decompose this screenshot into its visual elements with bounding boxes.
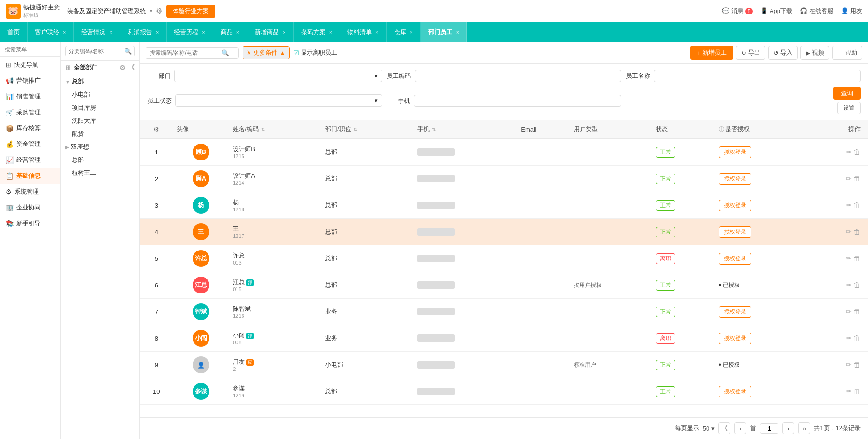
close-tab-bom[interactable]: × [375, 29, 378, 35]
delete-icon[interactable]: 🗑 [854, 334, 861, 342]
dept-tree-item-project[interactable]: 项目库房 [61, 101, 139, 114]
edit-icon[interactable]: ✏ [846, 281, 852, 289]
close-tab-warehouse[interactable]: × [410, 29, 413, 35]
filter-dept-input[interactable]: ▾ [174, 70, 382, 82]
dept-tree-item-hq-group[interactable]: ▼ 总部 [61, 75, 139, 88]
page-prev-btn[interactable]: ‹ [734, 422, 746, 434]
dept-tree-item-shuangzuo[interactable]: ▶ 双座想 [61, 140, 139, 153]
filter-empcode-input[interactable] [415, 70, 621, 82]
close-tab-customer[interactable]: × [63, 29, 66, 35]
filter-settings-btn[interactable]: 设置 [837, 102, 861, 114]
page-first-btn[interactable]: 《 [718, 422, 730, 434]
sidebar-item-corp[interactable]: 🏢 企业协同 [0, 200, 60, 216]
export-btn[interactable]: ↻ 导出 [736, 46, 765, 60]
delete-icon[interactable]: 🗑 [854, 228, 861, 236]
tab-history[interactable]: 经营历程 × [167, 22, 213, 42]
online-service-btn[interactable]: 🎧 在线客服 [800, 7, 833, 15]
close-tab-goods[interactable]: × [236, 29, 239, 35]
edit-icon[interactable]: ✏ [846, 334, 852, 342]
dept-tree-item-dispatch[interactable]: 配货 [61, 127, 139, 140]
page-input[interactable] [760, 423, 778, 434]
delete-icon[interactable]: 🗑 [854, 281, 861, 289]
dept-collapse-icon[interactable]: 《 [128, 63, 135, 72]
delete-icon[interactable]: 🗑 [854, 387, 861, 395]
close-tab-barcode[interactable]: × [329, 29, 332, 35]
delete-icon[interactable]: 🗑 [854, 254, 861, 262]
settings-icon[interactable]: ⚙ [156, 7, 162, 15]
col-dept[interactable]: 部门/职位 ⇅ [321, 120, 414, 139]
tab-operations[interactable]: 经营情况 × [74, 22, 120, 42]
page-last-btn[interactable]: » [798, 422, 810, 434]
edit-icon[interactable]: ✏ [846, 174, 852, 182]
edit-icon[interactable]: ✏ [846, 201, 852, 209]
close-tab-employees[interactable]: × [456, 29, 459, 35]
filter-status-input[interactable]: ▾ [175, 94, 382, 107]
sidebar-item-guide[interactable]: 📚 新手引导 [0, 216, 60, 231]
show-resigned-checkbox[interactable]: ☑ [293, 49, 299, 56]
dept-settings-icon[interactable]: ⚙ [119, 64, 125, 71]
tab-customer[interactable]: 客户联络 × [28, 22, 74, 42]
emp-status-input[interactable] [180, 98, 375, 104]
close-tab-add-goods[interactable]: × [283, 29, 285, 35]
close-tab-history[interactable]: × [202, 29, 205, 35]
auth-btn[interactable]: 授权登录 [719, 226, 751, 238]
tab-goods[interactable]: 商品 × [213, 22, 247, 42]
auth-btn[interactable]: 授权登录 [719, 386, 751, 397]
sidebar-item-marketing[interactable]: 📢 营销推广 [0, 73, 60, 89]
dept-tree-item-shenyang[interactable]: 沈阳大库 [61, 114, 139, 127]
filter-empname-input[interactable] [654, 70, 861, 82]
tab-profit[interactable]: 利润报告 × [120, 22, 167, 42]
page-size-selector[interactable]: 50 ▾ [703, 425, 715, 432]
sidebar-search-input[interactable] [5, 46, 61, 53]
view-btn[interactable]: ▶ 视频 [800, 46, 829, 60]
page-next-btn[interactable]: › [782, 422, 794, 434]
delete-icon[interactable]: 🗑 [854, 361, 861, 369]
sidebar-item-inventory[interactable]: 📦 库存核算 [0, 120, 60, 136]
sidebar-item-ops[interactable]: 📈 经营管理 [0, 152, 60, 168]
edit-icon[interactable]: ✏ [846, 387, 852, 395]
dept-tree-item-zhishu[interactable]: 植树王二 [61, 167, 139, 180]
tab-barcode[interactable]: 条码方案 × [294, 22, 340, 42]
emp-code-input[interactable] [419, 73, 617, 79]
tab-home[interactable]: 首页 [0, 22, 28, 42]
edit-icon[interactable]: ✏ [846, 361, 852, 369]
filter-more-btn[interactable]: ⊻ 更多条件 ▲ [243, 46, 290, 59]
tab-warehouse[interactable]: 仓库 × [387, 22, 421, 42]
dept-tree-item-xdb[interactable]: 小电部 [61, 88, 139, 101]
help-btn[interactable]: ｜ 帮助 [832, 46, 862, 60]
auth-btn[interactable]: 授权登录 [719, 200, 751, 211]
close-tab-profit[interactable]: × [156, 29, 159, 35]
col-name-code[interactable]: 姓名/编码 ⇅ [229, 120, 321, 139]
delete-icon[interactable]: 🗑 [854, 307, 861, 315]
tab-bom[interactable]: 物料清单 × [340, 22, 386, 42]
query-btn[interactable]: 查询 [833, 87, 861, 100]
add-employee-btn[interactable]: + 新增员工 [690, 46, 733, 60]
dept-tree-item-hq[interactable]: 总部 [61, 153, 139, 167]
dept-filter-input[interactable] [179, 73, 375, 79]
edit-icon[interactable]: ✏ [846, 228, 852, 236]
sidebar-item-finance[interactable]: 💰 资金管理 [0, 136, 60, 152]
tab-employees[interactable]: 部门员工 × [421, 22, 467, 42]
emp-name-input[interactable] [658, 73, 856, 79]
sidebar-item-sales[interactable]: 📊 销售管理 [0, 89, 60, 105]
import-btn[interactable]: ↺ 导入 [768, 46, 798, 60]
close-tab-ops[interactable]: × [109, 29, 112, 35]
sidebar-item-purchase[interactable]: 🛒 采购管理 [0, 105, 60, 120]
edit-icon[interactable]: ✏ [846, 307, 852, 315]
delete-icon[interactable]: 🗑 [854, 201, 861, 209]
sidebar-item-quick-nav[interactable]: ⊞ 快捷导航 [0, 57, 60, 73]
dept-search-input[interactable] [69, 48, 122, 55]
auth-btn[interactable]: 授权登录 [719, 306, 751, 318]
delete-icon[interactable]: 🗑 [854, 174, 861, 182]
experience-btn[interactable]: 体验行业方案 [166, 5, 215, 18]
system-dropdown-arrow[interactable]: ▾ [150, 8, 152, 14]
edit-icon[interactable]: ✏ [846, 254, 852, 262]
sidebar-item-system[interactable]: ⚙ 系统管理 [0, 184, 60, 200]
phone-input[interactable] [418, 98, 617, 104]
auth-btn[interactable]: 授权登录 [719, 173, 751, 185]
auth-btn[interactable]: 授权登录 [719, 253, 751, 265]
sidebar-item-basic-info[interactable]: 📋 基础信息 [0, 168, 60, 184]
delete-icon[interactable]: 🗑 [854, 148, 861, 156]
auth-btn[interactable]: 授权登录 [719, 146, 751, 158]
filter-phone-input[interactable] [414, 95, 621, 107]
